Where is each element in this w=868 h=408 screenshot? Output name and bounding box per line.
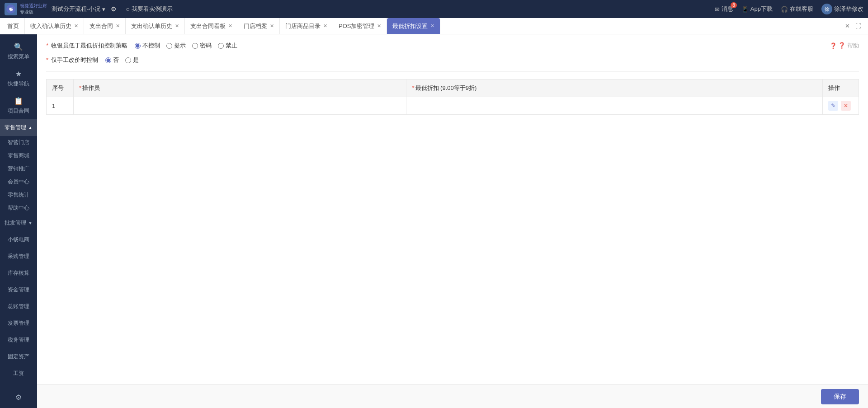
operator-star: *	[79, 84, 81, 91]
sidebar-item-inventory[interactable]: 库存核算	[0, 265, 37, 281]
tab-home-label: 首页	[7, 22, 19, 30]
radio-password-input[interactable]	[192, 43, 198, 49]
radio-yes[interactable]: 是	[125, 56, 139, 64]
cell-discount	[406, 97, 823, 115]
sidebar-item-help-label: 帮助中心	[8, 204, 29, 212]
sidebar-item-online-store[interactable]: 零售商城	[0, 149, 37, 162]
tab-store-goods-close[interactable]: ✕	[323, 23, 327, 29]
sidebar-item-ledger[interactable]: 总账管理	[0, 298, 37, 315]
sidebar-item-member[interactable]: 会员中心	[0, 175, 37, 188]
sidebar-item-ecommerce[interactable]: 小畅电商	[0, 231, 37, 248]
sidebar-item-fund-label: 资金管理	[8, 286, 29, 294]
tab-payment-confirm[interactable]: 支出确认单历史 ✕	[126, 18, 185, 34]
radio-yes-input[interactable]	[125, 57, 131, 63]
logo-icon: 畅	[5, 3, 17, 15]
sidebar-item-invoice[interactable]: 发票管理	[0, 315, 37, 332]
radio-remind-label: 提示	[174, 42, 186, 50]
sidebar-item-retail-stat[interactable]: 零售统计	[0, 188, 37, 202]
top-bar-right: ✉ 消息 8 📱 App下载 🎧 在线客服 徐 徐泽华修改	[715, 4, 863, 14]
tab-pos-password-close[interactable]: ✕	[377, 23, 381, 29]
tab-income-confirm-close[interactable]: ✕	[74, 23, 78, 29]
logo-edition: 专业版	[20, 9, 47, 15]
discount-policy-radio-group: 不控制 提示 密码 禁止	[135, 42, 237, 50]
settings-icon[interactable]: ⚙	[111, 5, 117, 13]
radio-no-control[interactable]: 不控制	[135, 42, 160, 50]
tab-payment-contract[interactable]: 支出合同 ✕	[84, 18, 126, 34]
chevron-down-icon: ▾	[102, 6, 105, 13]
sidebar-item-salary[interactable]: 工资	[0, 365, 37, 382]
sidebar-item-ledger-label: 总账管理	[8, 303, 29, 310]
project-selector[interactable]: 测试分开流程-小况 ▾ ⚙	[52, 5, 117, 13]
sidebar-item-search-label: 搜索菜单	[8, 53, 29, 61]
sidebar-item-smart-store-label: 智营门店	[8, 139, 29, 146]
radio-no-label: 否	[113, 56, 119, 64]
tab-close-btn[interactable]: ✕	[843, 22, 852, 31]
star-icon: ★	[15, 70, 22, 78]
tab-maximize-btn[interactable]: ⛶	[854, 22, 863, 31]
radio-forbid-label: 禁止	[226, 42, 237, 50]
sidebar-item-project[interactable]: 📋 项目合同	[0, 92, 37, 119]
radio-password[interactable]: 密码	[192, 42, 212, 50]
tab-min-discount-label: 最低折扣设置	[392, 22, 428, 30]
table-header-row: 序号 *操作员 *最低折扣 (9.00等于9折) 操作	[47, 80, 859, 97]
message-btn[interactable]: ✉ 消息 8	[715, 5, 733, 13]
tab-pos-password[interactable]: POS加密管理 ✕	[333, 18, 387, 34]
edit-btn[interactable]: ✎	[828, 101, 838, 111]
sidebar-item-help[interactable]: 帮助中心	[0, 202, 37, 215]
tab-home[interactable]: 首页	[2, 18, 25, 34]
tab-bar: 首页 收入确认单历史 ✕ 支出合同 ✕ 支出确认单历史 ✕ 支出合同看板 ✕ 门…	[0, 18, 868, 34]
radio-password-label: 密码	[200, 42, 212, 50]
tab-min-discount[interactable]: 最低折扣设置 ✕	[387, 18, 440, 34]
sidebar-item-invoice-label: 发票管理	[8, 319, 29, 327]
project-name: 测试分开流程-小况	[52, 5, 100, 13]
sidebar-item-tax[interactable]: 税务管理	[0, 332, 37, 348]
radio-remind-input[interactable]	[166, 43, 172, 49]
tab-payment-board[interactable]: 支出合同看板 ✕	[185, 18, 238, 34]
tab-income-confirm-label: 收入确认单历史	[30, 22, 71, 30]
app-download-btn[interactable]: 📱 App下载	[741, 5, 773, 13]
sidebar-item-shortcut[interactable]: ★ 快捷导航	[0, 65, 37, 92]
delete-btn[interactable]: ✕	[841, 101, 851, 111]
tab-min-discount-close[interactable]: ✕	[430, 23, 434, 29]
tab-payment-confirm-close[interactable]: ✕	[175, 23, 179, 29]
required-star: *	[46, 42, 48, 49]
radio-forbid[interactable]: 禁止	[218, 42, 237, 50]
tab-income-confirm[interactable]: 收入确认单历史 ✕	[25, 18, 84, 34]
sidebar-item-smart-store[interactable]: 智营门店	[0, 136, 37, 149]
help-link[interactable]: ❓ ❓ 帮助	[830, 42, 859, 50]
manual-price-radio-group: 否 是	[105, 56, 139, 64]
radio-remind[interactable]: 提示	[166, 42, 186, 50]
chevron-down-icon: ▼	[28, 220, 33, 225]
tab-payment-board-close[interactable]: ✕	[228, 23, 232, 29]
sidebar-item-marketing[interactable]: 营销推广	[0, 162, 37, 175]
sidebar-item-wholesale[interactable]: 批发管理 ▼	[0, 215, 37, 231]
page-content: ❓ ❓ 帮助 * 收银员低于最低折扣控制策略 不控制	[37, 34, 868, 408]
customer-service-btn[interactable]: 🎧 在线客服	[781, 5, 813, 13]
content-area: ❓ ❓ 帮助 * 收银员低于最低折扣控制策略 不控制	[37, 34, 868, 408]
radio-forbid-input[interactable]	[218, 43, 224, 49]
tab-store-goods[interactable]: 门店商品目录 ✕	[280, 18, 333, 34]
gear-btn[interactable]: ⚙	[0, 387, 37, 408]
radio-no[interactable]: 否	[105, 56, 119, 64]
sidebar-item-search[interactable]: 🔍 搜索菜单	[0, 38, 37, 65]
tab-store-file-close[interactable]: ✕	[270, 23, 274, 29]
sidebar-item-purchase[interactable]: 采购管理	[0, 248, 37, 265]
radio-no-input[interactable]	[105, 57, 111, 63]
sidebar-item-fund[interactable]: 资金管理	[0, 281, 37, 298]
tab-payment-contract-close[interactable]: ✕	[116, 23, 120, 29]
sidebar-item-retail[interactable]: 零售管理 ▲	[0, 119, 37, 136]
user-name: 徐泽华修改	[834, 5, 863, 13]
save-button[interactable]: 保存	[821, 389, 859, 404]
message-icon: ✉	[715, 6, 720, 13]
demo-link[interactable]: ○ 我要看实例演示	[126, 5, 172, 13]
tab-store-file[interactable]: 门店档案 ✕	[238, 18, 280, 34]
sidebar-item-project-label: 项目合同	[8, 107, 29, 115]
top-bar: 畅 畅捷通好业财 专业版 测试分开流程-小况 ▾ ⚙ ○ 我要看实例演示 ✉ 消…	[0, 0, 868, 18]
avatar: 徐	[821, 4, 832, 14]
radio-no-control-input[interactable]	[135, 43, 141, 49]
help-label: ❓ 帮助	[838, 42, 859, 50]
sidebar-item-online-store-label: 零售商城	[8, 152, 29, 159]
tab-payment-contract-label: 支出合同	[90, 22, 113, 30]
sidebar-item-fixed-asset[interactable]: 固定资产	[0, 348, 37, 365]
user-menu[interactable]: 徐 徐泽华修改	[821, 4, 863, 14]
